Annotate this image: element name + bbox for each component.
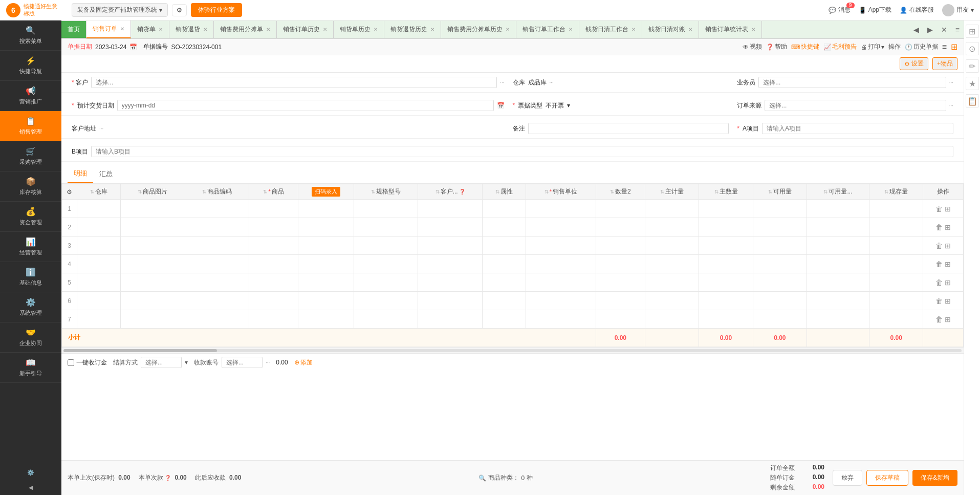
tab-reconcile[interactable]: 钱货日清对账 ✕: [642, 21, 699, 38]
scan-button[interactable]: 扫码录入: [312, 187, 340, 197]
tab-close-icon[interactable]: ✕: [506, 27, 510, 32]
delete-row-icon[interactable]: 🗑: [935, 242, 943, 250]
copy-row-icon[interactable]: ⊞: [945, 260, 951, 268]
tab-return-history[interactable]: 销货退货历史 ✕: [384, 21, 441, 38]
delete-row-icon[interactable]: 🗑: [935, 223, 943, 231]
delete-row-icon[interactable]: 🗑: [935, 297, 943, 305]
add-goods-button[interactable]: +物品: [932, 57, 957, 70]
delete-row-icon[interactable]: 🗑: [935, 260, 943, 268]
tab-next-button[interactable]: ▶: [923, 23, 937, 37]
shortcut-button[interactable]: ⌨ 快捷键: [791, 42, 819, 51]
sidebar-item-business[interactable]: 📊 经营管理: [0, 232, 61, 262]
add-button[interactable]: ⊕ 添加: [294, 358, 313, 367]
save-new-button[interactable]: 保存&新增: [912, 470, 957, 486]
tab-close-icon[interactable]: ✕: [751, 27, 755, 32]
tab-home[interactable]: 首页: [61, 21, 86, 38]
account-more-icon[interactable]: ···: [266, 360, 270, 365]
chevron-down-icon[interactable]: ▾: [567, 102, 570, 109]
account-input[interactable]: [222, 357, 263, 368]
tab-fee-split[interactable]: 销售费用分摊单 ✕: [214, 21, 277, 38]
sidebar-item-purchase[interactable]: 🛒 采购管理: [0, 141, 61, 171]
th-customer-code[interactable]: ⇅客户...❓: [418, 184, 482, 200]
salesperson-input[interactable]: [758, 77, 946, 88]
sidebar-item-sales[interactable]: 📋 销售管理: [0, 111, 61, 141]
right-panel-circle-icon[interactable]: ⊙: [966, 42, 979, 55]
tab-invoice-history[interactable]: 销货单历史 ✕: [334, 21, 384, 38]
chevron-down-icon[interactable]: ▾: [185, 359, 188, 366]
tab-close-icon[interactable]: ✕: [203, 27, 207, 32]
delete-row-icon[interactable]: 🗑: [935, 205, 943, 213]
operate-button[interactable]: 操作: [888, 42, 901, 51]
copy-row-icon[interactable]: ⊞: [945, 278, 951, 287]
remark-input[interactable]: [528, 123, 729, 134]
sidebar-item-finance[interactable]: 💰 资金管理: [0, 202, 61, 232]
th-available2[interactable]: ⇅可用量...: [807, 184, 869, 200]
user-menu[interactable]: 用友 ▾: [942, 4, 974, 16]
customer-more-icon[interactable]: ···: [500, 80, 504, 85]
th-goods[interactable]: ⇅*商品: [249, 184, 298, 200]
sidebar-item-marketing[interactable]: 📢 营销推广: [0, 81, 61, 111]
settings-button[interactable]: ⚙ 设置: [900, 57, 928, 70]
th-settings[interactable]: ⚙: [62, 184, 77, 200]
customer-input[interactable]: [91, 77, 497, 88]
one-click-input[interactable]: [68, 359, 74, 366]
order-source-input[interactable]: [765, 100, 946, 111]
tab-summary[interactable]: 汇总: [93, 165, 119, 183]
sidebar-item-basic[interactable]: ℹ️ 基础信息: [0, 262, 61, 292]
tab-close-icon[interactable]: ✕: [688, 27, 692, 32]
tab-close-all-button[interactable]: ✕: [937, 23, 951, 37]
tab-menu-button[interactable]: ≡: [951, 23, 964, 37]
th-available[interactable]: ⇅可用量: [753, 184, 807, 200]
view-button[interactable]: 👁 视频: [743, 42, 762, 51]
tab-close-icon[interactable]: ✕: [631, 27, 636, 32]
sidebar-settings[interactable]: ⚙️: [0, 465, 61, 480]
b-project-input[interactable]: [91, 146, 953, 157]
tab-order-history[interactable]: 销售订单历史 ✕: [277, 21, 334, 38]
one-click-checkbox[interactable]: 一键收订金: [68, 358, 107, 367]
online-service-button[interactable]: 👤 在线客服: [900, 6, 934, 14]
tab-sales-return[interactable]: 销货退货 ✕: [169, 21, 214, 38]
table-view-icon[interactable]: ≡: [942, 42, 947, 52]
tab-workbench[interactable]: 销售订单工作台 ✕: [516, 21, 579, 38]
app-download-button[interactable]: 📱 App下载: [859, 6, 891, 14]
copy-row-icon[interactable]: ⊞: [945, 315, 951, 324]
scrollbar-thumb[interactable]: [63, 349, 217, 352]
sidebar-item-system[interactable]: ⚙️ 系统管理: [0, 292, 61, 322]
sidebar-collapse[interactable]: ◀: [0, 480, 61, 495]
th-warehouse[interactable]: ⇅仓库: [77, 184, 121, 200]
th-spec[interactable]: ⇅规格型号: [354, 184, 418, 200]
calendar-icon[interactable]: 📅: [129, 44, 137, 51]
th-main-qty[interactable]: ⇅主数量: [699, 184, 753, 200]
tab-close-icon[interactable]: ✕: [374, 27, 378, 32]
settings-icon-wrap[interactable]: ⚙: [172, 4, 187, 16]
help-button[interactable]: ❓ 帮助: [766, 42, 787, 51]
th-attrs[interactable]: ⇅属性: [482, 184, 526, 200]
addr-more-icon[interactable]: ···: [99, 126, 103, 132]
table-scrollbar[interactable]: [61, 347, 964, 353]
sidebar-item-guide[interactable]: 📖 新手引导: [0, 353, 61, 383]
tab-close-icon[interactable]: ✕: [159, 27, 163, 32]
calendar-icon[interactable]: 📅: [497, 102, 505, 109]
right-panel-grid-icon[interactable]: ⊞: [966, 25, 979, 38]
th-main-unit[interactable]: ⇅主计量: [645, 184, 699, 200]
tab-close-icon[interactable]: ✕: [323, 27, 327, 32]
th-unit[interactable]: ⇅*销售单位: [526, 184, 596, 200]
salesperson-more-icon[interactable]: ···: [949, 80, 953, 85]
tab-close-icon[interactable]: ✕: [266, 27, 270, 32]
message-button[interactable]: 💬 消息 9: [829, 6, 851, 14]
history-button[interactable]: 🕐 历史单据: [905, 42, 938, 51]
delivery-input[interactable]: [117, 100, 494, 111]
copy-row-icon[interactable]: ⊞: [945, 297, 951, 305]
tab-sales-invoice[interactable]: 销货单 ✕: [131, 21, 169, 38]
copy-row-icon[interactable]: ⊞: [945, 223, 951, 231]
sidebar-item-inventory[interactable]: 📦 库存核算: [0, 171, 61, 202]
sidebar-item-search[interactable]: 🔍 搜索菜单: [0, 20, 61, 51]
print-button[interactable]: 🖨 打印 ▾: [861, 42, 884, 51]
th-image[interactable]: ⇅商品图片: [121, 184, 185, 200]
right-panel-edit-icon[interactable]: ✏: [966, 59, 979, 73]
copy-row-icon[interactable]: ⊞: [945, 242, 951, 250]
warehouse-more-icon[interactable]: ···: [550, 80, 554, 85]
payment-input[interactable]: [141, 357, 182, 368]
system-title[interactable]: 装备及固定资产辅助管理系统 ▾: [72, 3, 168, 17]
profit-button[interactable]: 📈 毛利预告: [823, 42, 857, 51]
